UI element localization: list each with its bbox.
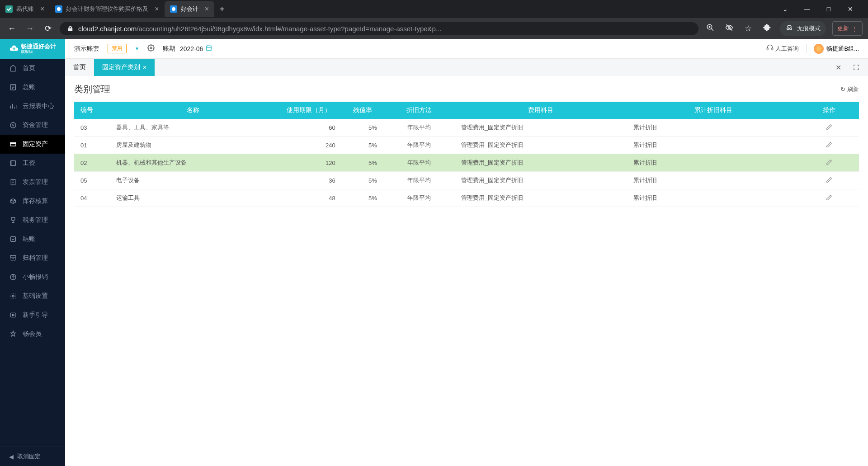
sidebar-item-settings[interactable]: 基础设置 <box>0 287 65 306</box>
cell-code: 02 <box>74 154 110 172</box>
browser-tab-1[interactable]: 好会计财务管理软件购买价格及 × <box>50 1 164 17</box>
gear-icon[interactable] <box>147 44 155 53</box>
sidebar-item-money[interactable]: ¥资金管理 <box>0 116 65 135</box>
close-all-tabs-button[interactable]: ✕ <box>832 61 844 74</box>
svg-text:¥: ¥ <box>12 123 14 127</box>
tab-close-icon[interactable]: × <box>155 5 159 13</box>
table-row[interactable]: 01房屋及建筑物2405%年限平均管理费用_固定资产折旧累计折旧 <box>74 137 859 154</box>
support-button[interactable]: 人工咨询 <box>766 44 799 53</box>
cell-accum: 累计折旧 <box>627 172 799 189</box>
refresh-button[interactable]: ↻ 刷新 <box>840 85 859 94</box>
sidebar-item-close-book[interactable]: 结账 <box>0 230 65 249</box>
fullscreen-button[interactable] <box>850 61 863 74</box>
cell-expense: 管理费用_固定资产折旧 <box>455 154 627 172</box>
edit-icon[interactable] <box>826 159 832 167</box>
tab-strip-right: ✕ <box>826 61 868 74</box>
page-tab-asset-type[interactable]: 固定资产类别 × <box>94 59 155 76</box>
sidebar-item-label: 畅会员 <box>23 330 42 338</box>
zoom-icon[interactable] <box>704 24 717 34</box>
period-picker[interactable]: 2022-06 <box>180 45 212 52</box>
table-row[interactable]: 03器具、工具、家具等605%年限平均管理费用_固定资产折旧累计折旧 <box>74 119 859 137</box>
star-icon[interactable]: ☆ <box>742 24 755 33</box>
sidebar-item-expense[interactable]: 小畅报销 <box>0 268 65 287</box>
sidebar-unpin-button[interactable]: ◀ 取消固定 <box>0 447 65 466</box>
logo-area[interactable]: 畅捷通好会计 旗舰版 <box>0 39 65 59</box>
inventory-icon <box>9 197 17 205</box>
tab-close-icon[interactable]: × <box>40 5 44 13</box>
extensions-icon[interactable] <box>761 24 774 34</box>
close-icon[interactable]: × <box>143 64 146 71</box>
cell-name: 器具、工具、家具等 <box>110 119 276 137</box>
svg-point-2 <box>57 7 61 11</box>
sidebar-item-tax[interactable]: 税务管理 <box>0 211 65 230</box>
cell-action <box>799 137 859 154</box>
chevron-down-icon[interactable]: ⌄ <box>779 5 792 13</box>
page-tab-home[interactable]: 首页 <box>65 59 94 76</box>
edit-icon[interactable] <box>826 177 832 184</box>
update-button[interactable]: 更新 ⋮ <box>832 21 863 36</box>
tab-title: 好会计财务管理软件购买价格及 <box>66 5 148 13</box>
url-bar[interactable]: 🔒︎ cloud2.chanjet.com/accounting/uh26t26… <box>60 22 698 35</box>
sidebar-item-label: 小畅报销 <box>23 273 48 281</box>
sidebar-item-label: 工资 <box>23 159 35 167</box>
forward-button[interactable]: → <box>24 24 36 33</box>
incognito-badge: 无痕模式 <box>780 21 826 36</box>
browser-tab-2[interactable]: 好会计 × <box>165 1 214 17</box>
edit-icon[interactable] <box>826 124 832 132</box>
new-tab-button[interactable]: + <box>214 1 230 17</box>
cell-expense: 管理费用_固定资产折旧 <box>455 172 627 189</box>
sidebar-item-asset[interactable]: 固定资产 <box>0 135 65 154</box>
table-row[interactable]: 02机器、机械和其他生产设备1205%年限平均管理费用_固定资产折旧累计折旧 <box>74 154 859 172</box>
svg-rect-46 <box>772 48 773 50</box>
window-close-button[interactable]: ✕ <box>844 5 857 13</box>
sidebar-item-label: 首页 <box>23 64 35 72</box>
sidebar-item-inventory[interactable]: 库存核算 <box>0 192 65 211</box>
sidebar-item-label: 资金管理 <box>23 121 48 129</box>
back-button[interactable]: ← <box>5 24 18 33</box>
cell-action <box>799 172 859 189</box>
reload-button[interactable]: ⟳ <box>42 24 54 33</box>
archive-icon <box>9 254 17 262</box>
cell-name: 房屋及建筑物 <box>110 137 276 154</box>
cell-action <box>799 154 859 172</box>
cell-accum: 累计折旧 <box>627 137 799 154</box>
maximize-button[interactable]: □ <box>822 5 835 13</box>
chart-icon <box>9 102 17 110</box>
sidebar-item-invoice[interactable]: 发票管理 <box>0 173 65 192</box>
user-menu[interactable]: 畅捷通B组... <box>814 44 859 54</box>
svg-rect-34 <box>10 256 16 257</box>
tab-close-icon[interactable]: × <box>205 5 209 13</box>
plus-icon: + <box>220 5 225 14</box>
nav-list: 首页总账云报表中心¥资金管理固定资产工资发票管理库存核算税务管理结账归档管理小畅… <box>0 59 65 447</box>
table-header-row: 编号 名称 使用期限（月） 残值率 折旧方法 费用科目 累计折旧科目 操作 <box>74 102 859 119</box>
account-name[interactable]: 演示账套 <box>74 45 99 53</box>
cell-code: 03 <box>74 119 110 137</box>
sidebar-item-label: 总账 <box>23 83 35 91</box>
svg-point-37 <box>12 295 14 297</box>
minimize-button[interactable]: — <box>801 5 813 13</box>
sidebar-item-ledger[interactable]: 总账 <box>0 78 65 97</box>
disable-tag[interactable]: 禁用 <box>108 44 127 53</box>
svg-point-11 <box>787 28 789 30</box>
sidebar-item-chart[interactable]: 云报表中心 <box>0 97 65 116</box>
sidebar-item-archive[interactable]: 归档管理 <box>0 249 65 268</box>
sidebar-item-guide[interactable]: 新手引导 <box>0 306 65 325</box>
sidebar-item-payroll[interactable]: 工资 <box>0 154 65 173</box>
eye-off-icon[interactable] <box>723 24 736 34</box>
sidebar-item-member[interactable]: 畅会员 <box>0 325 65 344</box>
table-row[interactable]: 04运输工具485%年限平均管理费用_固定资产折旧累计折旧 <box>74 189 859 207</box>
edit-icon[interactable] <box>826 141 832 149</box>
col-action: 操作 <box>799 102 859 119</box>
sidebar-item-label: 税务管理 <box>23 216 48 224</box>
col-months: 使用期限（月） <box>276 102 342 119</box>
chevron-down-icon[interactable]: ▼ <box>135 46 139 51</box>
lock-icon: 🔒︎ <box>67 25 74 33</box>
settings-icon <box>9 292 17 300</box>
edit-icon[interactable] <box>826 194 832 202</box>
browser-tab-0[interactable]: 易代账 × <box>0 1 50 17</box>
home-icon <box>9 64 17 72</box>
sidebar-item-home[interactable]: 首页 <box>0 59 65 78</box>
sidebar-item-label: 固定资产 <box>23 140 48 148</box>
table-row[interactable]: 05电子设备365%年限平均管理费用_固定资产折旧累计折旧 <box>74 172 859 189</box>
headset-icon <box>766 44 774 53</box>
